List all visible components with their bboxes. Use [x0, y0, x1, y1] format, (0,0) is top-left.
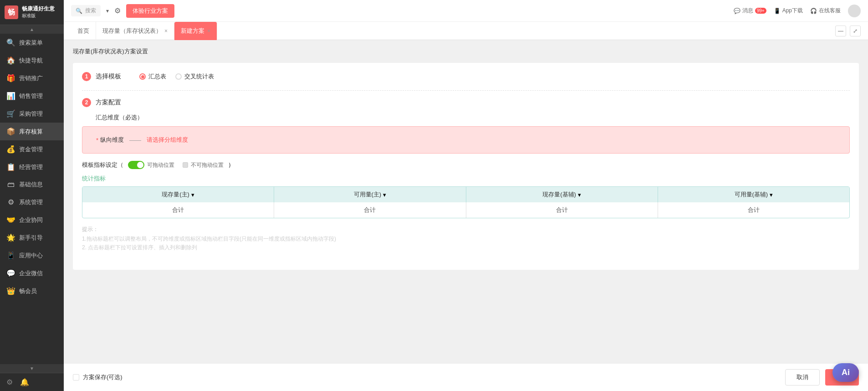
toggle-non-draggable: 不可拖动位置 — [183, 161, 224, 169]
sidebar-scroll-up[interactable]: ▲ — [0, 25, 64, 34]
sidebar-item-label: 基础信息 — [19, 180, 43, 189]
sidebar-item-basics[interactable]: 🗃 基础信息 — [0, 176, 64, 193]
tab-home[interactable]: 首页 — [71, 22, 96, 40]
handshake-icon: 🤝 — [6, 216, 15, 224]
plan-section-header: 2 方案配置 — [82, 98, 850, 107]
stat-col-2[interactable]: 现存量(基辅) ▾ — [466, 187, 658, 202]
radio-summary[interactable]: 汇总表 — [139, 72, 166, 81]
sidebar-item-quicknav[interactable]: 🏠 快捷导航 — [0, 51, 64, 69]
gift-icon: 🎁 — [6, 74, 15, 82]
radio-crosstab-circle — [175, 73, 182, 80]
online-service-button[interactable]: 🎧 在线客服 — [810, 7, 841, 15]
chevron-down-icon-3: ▾ — [770, 191, 773, 198]
sidebar-item-finance[interactable]: 💰 资金管理 — [0, 140, 64, 158]
sidebar-item-label: 企业微信 — [19, 269, 43, 278]
sidebar-item-label: 搜索菜单 — [19, 39, 43, 47]
tab-new-plan-label: 新建方案 — [181, 27, 204, 35]
draggable-toggle[interactable] — [128, 161, 144, 169]
tab-inventory-close[interactable]: × — [164, 28, 168, 34]
dimension-field-label: 纵向维度 — [100, 136, 124, 144]
radio-summary-circle — [139, 73, 146, 80]
toggle-draggable: 可拖动位置 — [128, 161, 174, 169]
settings-icon[interactable]: ⚙ — [6, 378, 13, 386]
radio-crosstab[interactable]: 交叉统计表 — [175, 72, 214, 81]
stat-col-1[interactable]: 可用量(主) ▾ — [274, 187, 466, 202]
content-area: 现存量(库存状况表)方案设置 1 选择模板 汇总表 交叉统计表 — [64, 40, 868, 363]
sidebar-item-inventory[interactable]: 📦 库存核算 — [0, 123, 64, 140]
mobile-icon: 📱 — [6, 251, 15, 260]
indicator-closing: ） — [228, 161, 234, 169]
topbar: 🔍 搜索 ▾ ⚙ 体验行业方案 💬 消息 99+ 📱 App下载 🎧 在线客服 — [64, 0, 868, 22]
sidebar-item-label: 畅会员 — [19, 287, 37, 295]
crown-icon: 👑 — [6, 287, 15, 295]
app-download-button[interactable]: 📱 App下载 — [774, 7, 803, 15]
volume-icon[interactable]: 🔔 — [20, 378, 29, 386]
sidebar-item-search[interactable]: 🔍 搜索菜单 — [0, 34, 64, 51]
tab-controls: — ⤢ — [835, 26, 861, 36]
tab-new-plan[interactable]: 新建方案 × — [174, 22, 217, 40]
topbar-dropdown[interactable]: ▾ — [106, 8, 109, 14]
user-avatar[interactable] — [848, 5, 861, 17]
page-title: 现存量(库存状况表)方案设置 — [73, 47, 859, 56]
tab-bar: 首页 现存量（库存状况表） × 新建方案 × — ⤢ — [64, 22, 868, 40]
clipboard-icon: 📋 — [6, 163, 15, 171]
save-checkbox[interactable] — [73, 374, 79, 381]
dimension-dash: —— — [129, 137, 141, 144]
stat-indicator-section: 统计指标 现存量(主) ▾ 可用量(主) ▾ — [82, 175, 850, 218]
sidebar-item-marketing[interactable]: 🎁 营销推广 — [0, 69, 64, 87]
main-area: 🔍 搜索 ▾ ⚙ 体验行业方案 💬 消息 99+ 📱 App下载 🎧 在线客服 — [64, 0, 868, 391]
radio-summary-label: 汇总表 — [148, 72, 166, 81]
dimension-box[interactable]: * 纵向维度 —— 请选择分组维度 — [82, 126, 850, 154]
sidebar-scroll-down[interactable]: ▼ — [0, 364, 64, 373]
radio-crosstab-label: 交叉统计表 — [184, 72, 214, 81]
stat-col-0[interactable]: 现存量(主) ▾ — [82, 187, 274, 202]
save-option: 方案保存(可选) — [73, 373, 123, 381]
ai-bubble[interactable]: Ai — [832, 363, 859, 382]
sidebar-item-weixin[interactable]: 💬 企业微信 — [0, 264, 64, 282]
template-section: 1 选择模板 汇总表 交叉统计表 — [82, 72, 850, 81]
trial-button[interactable]: 体验行业方案 — [126, 4, 174, 18]
indicator-header: 模板指标设定（ 可拖动位置 不可拖动位置 ） — [82, 161, 850, 169]
tab-expand-button[interactable]: ⤢ — [850, 26, 861, 36]
section-divider-1 — [82, 90, 850, 91]
section-num-1: 1 — [82, 72, 91, 81]
sidebar-item-label: 资金管理 — [19, 145, 43, 154]
stat-table-body: 合计 合计 合计 合计 — [82, 202, 849, 218]
hint-section: 提示： 1.拖动标题栏可以调整布局，不可跨维度或指标区域拖动栏目字段(只能在同一… — [82, 226, 850, 252]
messages-badge: 99+ — [755, 8, 766, 14]
hint-item-1: 2. 点击标题栏下拉可设置排序、插入列和删除列 — [82, 244, 850, 252]
app-name: 畅康通好生意 — [22, 5, 55, 13]
messages-button[interactable]: 💬 消息 99+ — [734, 7, 766, 15]
sidebar-item-label: 营销推广 — [19, 74, 43, 82]
hint-title: 提示： — [82, 226, 850, 233]
sidebar-item-appcenter[interactable]: 📱 应用中心 — [0, 247, 64, 264]
sidebar-bottom: ⚙ 🔔 — [0, 373, 64, 391]
cancel-button[interactable]: 取消 — [785, 369, 820, 386]
sidebar-item-collab[interactable]: 🤝 企业协同 — [0, 211, 64, 229]
sidebar-item-label: 经营管理 — [19, 163, 43, 171]
stat-table-header: 现存量(主) ▾ 可用量(主) ▾ 现存量(基辅) ▾ — [82, 187, 849, 202]
save-label: 方案保存(可选) — [83, 373, 123, 381]
tab-new-plan-close[interactable]: × — [207, 28, 210, 34]
stat-col-3[interactable]: 可用量(基辅) ▾ — [658, 187, 849, 202]
sidebar: 畅 畅康通好生意 标准版 ▲ 🔍 搜索菜单 🏠 快捷导航 🎁 营销推广 📊 销售… — [0, 0, 64, 391]
search-box[interactable]: 🔍 搜索 — [71, 5, 101, 16]
sidebar-item-sales[interactable]: 📊 销售管理 — [0, 87, 64, 105]
sidebar-item-label: 系统管理 — [19, 198, 43, 206]
tab-minimize-button[interactable]: — — [835, 26, 846, 36]
sidebar-item-operations[interactable]: 📋 经营管理 — [0, 158, 64, 176]
topbar-gear-icon[interactable]: ⚙ — [114, 6, 121, 15]
sidebar-item-system[interactable]: ⚙ 系统管理 — [0, 193, 64, 211]
indicator-label: 模板指标设定（ — [82, 161, 123, 169]
sidebar-item-newguide[interactable]: 🌟 新手引导 — [0, 229, 64, 247]
tab-inventory[interactable]: 现存量（库存状况表） × — [96, 22, 174, 40]
sidebar-item-purchase[interactable]: 🛒 采购管理 — [0, 105, 64, 123]
search-placeholder: 搜索 — [85, 7, 96, 15]
sidebar-nav: 🔍 搜索菜单 🏠 快捷导航 🎁 营销推广 📊 销售管理 🛒 采购管理 📦 库存核… — [0, 34, 64, 364]
headset-icon: 🎧 — [810, 8, 817, 14]
message-icon: 💬 — [734, 8, 740, 14]
sidebar-item-label: 应用中心 — [19, 252, 43, 260]
non-draggable-label: 不可拖动位置 — [191, 161, 224, 169]
sidebar-item-label: 采购管理 — [19, 110, 43, 118]
sidebar-item-member[interactable]: 👑 畅会员 — [0, 282, 64, 300]
